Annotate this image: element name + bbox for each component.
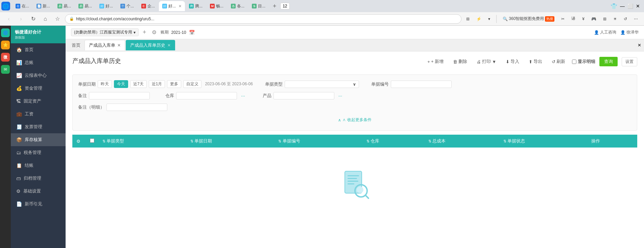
product-dots[interactable]: ··· [336, 92, 344, 99]
breadcrumb-history-close-icon[interactable]: ✕ [167, 43, 171, 48]
product-input[interactable] [273, 92, 334, 99]
table-col-number[interactable]: 单据编号 [274, 135, 362, 148]
tab-mu[interactable]: S 目... [248, 1, 269, 11]
custom-date-button[interactable]: 自定义 [183, 80, 201, 88]
table-col-date[interactable]: 单据日期 [186, 135, 274, 148]
new-tab-button[interactable]: + [269, 1, 280, 11]
table-col-total-cost[interactable]: 总成本 [424, 135, 499, 148]
breadcrumb-tab-list[interactable]: 产成品入库单 ✕ [85, 40, 125, 50]
tab-ge[interactable]: 个 个... [117, 1, 137, 11]
display-detail-checkbox[interactable] [572, 60, 576, 64]
user-service-button[interactable]: 👤 人工咨询 [594, 29, 616, 35]
lightning-button[interactable]: ⚡ [474, 16, 483, 22]
delete-button[interactable]: 🗑 删除 [450, 57, 470, 66]
sidebar-item-general[interactable]: 📊 总账 [11, 56, 66, 69]
breadcrumb-tab-history[interactable]: 产成品入库单历史 ✕ [126, 40, 175, 50]
print-dropdown-icon[interactable]: ▼ [492, 59, 496, 64]
settings-button[interactable]: 设置 [622, 57, 637, 66]
table-col-warehouse[interactable]: 仓库 [362, 135, 424, 148]
refresh-button[interactable]: ↺ 刷新 [549, 57, 568, 66]
address-input[interactable]: 🔒 https://cloud.chanjet.com/accounting/u… [65, 14, 461, 24]
breadcrumb-home[interactable]: 首页 [68, 40, 84, 50]
sidebar-item-salary[interactable]: 💼 工资 [11, 108, 66, 120]
search-bar[interactable]: 🔍 360智能抠图免费用 热搜 [501, 15, 556, 23]
query-button[interactable]: 查询 [599, 57, 618, 66]
calendar-icon[interactable]: 📅 [189, 30, 195, 35]
company-select[interactable]: (勿删勿禁用）江西服宝测试专用 ▾ [71, 28, 139, 36]
back-button[interactable]: ‹ [4, 14, 14, 24]
tab-hao1[interactable]: 好 好... [96, 1, 116, 11]
star-app-icon[interactable]: ⭐ [1, 41, 10, 49]
sidebar-item-invoice[interactable]: 🧾 发票管理 [11, 120, 66, 133]
tab-yi1[interactable]: 易 易... [54, 1, 74, 11]
home-button[interactable]: ⌂ [41, 14, 50, 24]
more-date-button[interactable]: 更多 [167, 80, 181, 88]
panel-close-button[interactable]: ✕ [638, 43, 641, 48]
minimize-icon[interactable]: — [620, 3, 625, 9]
sidebar-item-tax[interactable]: 🗂 税务管理 [11, 146, 66, 159]
forward-button[interactable]: › [16, 14, 26, 24]
tab-chang[interactable]: M 畅... [207, 1, 227, 11]
export-button[interactable]: ⬆ 导出 [526, 57, 545, 66]
notes-input[interactable] [89, 92, 150, 99]
table-col-checkbox[interactable] [86, 135, 98, 148]
theme-button[interactable]: ☀ [611, 16, 619, 22]
tab-hao-active[interactable]: 好 好... ✕ [159, 1, 185, 11]
close-icon[interactable]: ✕ [636, 3, 640, 9]
tab-yi2[interactable]: 易 易... [75, 1, 95, 11]
tab-ge2[interactable]: 各 各... [228, 1, 248, 11]
sidebar-item-report[interactable]: 📈 云报表中心 [11, 69, 66, 82]
tab-new[interactable]: 📄 新... [33, 1, 53, 11]
table-col-type[interactable]: 单据类型 [98, 135, 186, 148]
import-button[interactable]: ⬇ 导入 [503, 57, 522, 66]
translate-button[interactable]: 译 [569, 15, 577, 23]
number-input[interactable] [391, 81, 452, 88]
user-profile-button[interactable]: 👤 徐泽华 [620, 29, 639, 35]
tab-teng[interactable]: 腾 腾... [186, 1, 206, 11]
sidebar-item-checkout[interactable]: 📋 结账 [11, 159, 66, 172]
breadcrumb-list-close-icon[interactable]: ✕ [117, 43, 121, 48]
tab-qi[interactable]: C 企... [138, 1, 158, 11]
email-app-icon[interactable]: ✉ [1, 65, 10, 74]
1month-button[interactable]: 近1月 [149, 80, 165, 88]
dropdown-button[interactable]: ▾ [486, 16, 492, 22]
sidebar-item-home[interactable]: 🏠 首页 [11, 43, 66, 56]
sidebar-item-basic[interactable]: ⚙ 基础设置 [11, 185, 66, 198]
scissor-button[interactable]: ✂ [559, 16, 567, 22]
grid-button[interactable]: ⊞ [464, 16, 472, 22]
sidebar-item-fund[interactable]: 💰 资金管理 [11, 82, 66, 95]
chanjet-app-icon[interactable]: 🌀 [1, 28, 10, 37]
sidebar-item-archive[interactable]: 🗃 归档管理 [11, 172, 66, 185]
company-settings-button[interactable]: ⚙ [150, 29, 158, 36]
yesterday-button[interactable]: 昨天 [98, 80, 112, 88]
select-all-checkbox[interactable] [90, 138, 94, 143]
notes-detail-input[interactable] [106, 104, 167, 111]
sidebar-item-fixed[interactable]: 🏗 固定资产 [11, 95, 66, 108]
table-col-status[interactable]: 单据状态 [499, 135, 587, 148]
more-button[interactable]: ⋯ [632, 16, 640, 22]
type-dropdown[interactable]: ∨ [285, 81, 359, 88]
apps-button[interactable]: ⊞ [601, 16, 609, 22]
warehouse-input[interactable] [176, 92, 237, 99]
weibo-app-icon[interactable]: 微 [1, 53, 10, 62]
tab-close-icon[interactable]: ✕ [178, 4, 182, 8]
game-button[interactable]: 🎮 [589, 16, 598, 22]
table-col-settings[interactable]: ⚙ [72, 135, 86, 148]
today-button[interactable]: 今天 [114, 80, 128, 88]
warehouse-dots[interactable]: ··· [239, 92, 247, 99]
sidebar-item-newref[interactable]: 📄 新币引见 [11, 198, 66, 210]
new-button[interactable]: + + 新增 [425, 57, 446, 66]
tab-count[interactable]: 12 [280, 3, 289, 9]
bookmark-button[interactable]: ☆ [53, 14, 62, 24]
add-company-button[interactable]: + [141, 29, 148, 36]
collapse-button[interactable]: ∧ ∧ 收起更多条件 [78, 115, 631, 125]
yuan-button[interactable]: ¥ [580, 16, 587, 22]
tab-zaiyou[interactable]: 在 在... [12, 1, 32, 11]
sidebar-item-inventory[interactable]: 📦 库存核算 [11, 133, 66, 146]
undo-button[interactable]: ↺ [622, 16, 629, 22]
maximize-icon[interactable]: ⬜ [627, 3, 633, 9]
refresh-button[interactable]: ↻ [28, 14, 38, 24]
print-button[interactable]: 🖨 打印 ▼ [474, 57, 499, 66]
browser-icon[interactable]: 🌐 [1, 2, 10, 10]
7days-button[interactable]: 近7天 [130, 80, 147, 88]
